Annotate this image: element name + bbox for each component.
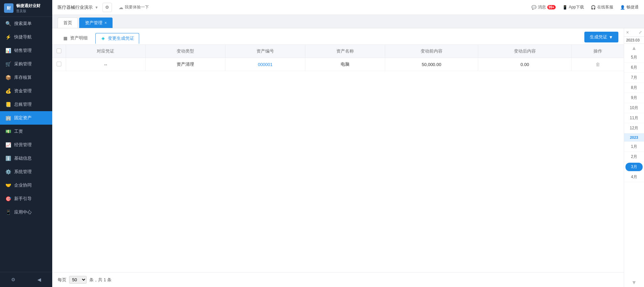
topbar: 医疗器械行业演示 ▼ ⚙ ☁ 我要体验一下 💬 消息 99+ 📱 App下载 🎧…: [52, 0, 644, 15]
right-panel-close-button[interactable]: ×: [626, 30, 629, 35]
table-header-row: 对应凭证 变动类型 资产编号 资产名称: [52, 45, 624, 58]
brand-text: 畅捷通好业财 普及版: [16, 3, 40, 13]
main-area: 医疗器械行业演示 ▼ ⚙ ☁ 我要体验一下 💬 消息 99+ 📱 App下载 🎧…: [52, 0, 644, 287]
td-before-change: 50,000.00: [385, 58, 478, 71]
date-item-5[interactable]: 5月: [624, 53, 644, 63]
sub-tab-change-voucher[interactable]: ◈ 变更生成凭证: [95, 33, 139, 44]
basic-info-icon: ℹ️: [5, 156, 11, 161]
right-panel-year-month: 2023.03: [626, 38, 640, 42]
per-page-label: 每页: [58, 277, 66, 283]
sidebar-item-basic-info[interactable]: ℹ️ 基础信息: [0, 152, 52, 165]
total-label: 条，共 1 条: [89, 277, 112, 283]
date-item-8[interactable]: 8月: [624, 83, 644, 93]
notifications-button[interactable]: 💬 消息 99+: [531, 4, 556, 10]
change-type-value: 资产清理: [177, 62, 194, 67]
date-item-12[interactable]: 12月: [624, 123, 644, 133]
right-panel-date-label: 2023.03: [624, 37, 644, 44]
topbar-settings-button[interactable]: ⚙: [102, 3, 112, 12]
tab-asset-mgmt[interactable]: 资产管理 ×: [79, 18, 113, 28]
scroll-up-button[interactable]: ▲: [624, 44, 644, 53]
sidebar-item-sys-mgmt[interactable]: ⚙️ 系统管理: [0, 165, 52, 179]
date-item-year-2023[interactable]: 2023: [624, 133, 644, 142]
sidebar-item-app-center[interactable]: 📱 应用中心: [0, 205, 52, 219]
topbar-right: 💬 消息 99+ 📱 App下载 🎧 在线客服 👤 畅捷通: [531, 4, 639, 10]
date-item-4[interactable]: 4月: [624, 172, 644, 182]
sidebar-item-search[interactable]: 🔍 搜索菜单: [0, 17, 52, 30]
sidebar-item-sales[interactable]: 📊 销售管理: [0, 44, 52, 57]
th-asset-name-label: 资产名称: [336, 49, 354, 54]
brand-logo: 财: [4, 3, 13, 13]
delete-button[interactable]: 🗑: [595, 62, 600, 67]
dropdown-arrow-icon: ▼: [609, 35, 613, 40]
td-change-type: 资产清理: [146, 58, 225, 71]
purchase-icon: 🛒: [5, 61, 11, 67]
sidebar-item-funds[interactable]: 💰 资金管理: [0, 84, 52, 98]
topbar-feedback[interactable]: ☁ 我要体验一下: [119, 4, 149, 10]
content-area: ▦ 资产明细 ◈ 变更生成凭证 生成凭证 ▼: [52, 28, 624, 287]
date-item-10[interactable]: 10月: [624, 103, 644, 113]
generate-voucher-button[interactable]: 生成凭证 ▼: [584, 32, 618, 42]
payroll-icon: 💵: [5, 129, 11, 134]
sidebar-item-ledger[interactable]: 📒 总账管理: [0, 98, 52, 111]
sidebar-item-guide[interactable]: 🎯 新手引导: [0, 192, 52, 205]
dropdown-icon: ▼: [95, 5, 98, 9]
date-item-2[interactable]: 2月: [624, 152, 644, 162]
scroll-down-button[interactable]: ▼: [624, 278, 644, 287]
enterprise-icon: 🤝: [5, 183, 11, 188]
header-checkbox[interactable]: [57, 49, 61, 53]
date-item-6[interactable]: 6月: [624, 63, 644, 73]
user-menu[interactable]: 👤 畅捷通: [620, 4, 639, 10]
sidebar-item-label: 系统管理: [14, 169, 32, 175]
td-voucher: --: [66, 58, 146, 71]
online-service-button[interactable]: 🎧 在线客服: [591, 4, 613, 10]
date-item-11[interactable]: 11月: [624, 113, 644, 123]
voucher-value: --: [104, 62, 107, 67]
th-action: 操作: [572, 45, 624, 58]
tab-home[interactable]: 首页: [58, 18, 78, 28]
ledger-icon: 📒: [5, 102, 11, 107]
data-table: 对应凭证 变动类型 资产编号 资产名称: [52, 45, 624, 71]
page-tabs: 首页 资产管理 ×: [52, 15, 644, 28]
th-after-change-label: 变动后内容: [514, 49, 536, 54]
sidebar-item-fixed-assets[interactable]: 🏢 固定资产: [0, 111, 52, 125]
operations-icon: 📈: [5, 142, 11, 148]
sidebar-menu: 🔍 搜索菜单 ⚡ 快捷导航 📊 销售管理 🛒 采购管理 📦 库存核算 💰 资金管…: [0, 17, 52, 272]
row-checkbox[interactable]: [57, 62, 61, 66]
company-selector[interactable]: 医疗器械行业演示 ▼: [58, 4, 98, 10]
date-item-3-current[interactable]: 3月: [625, 163, 643, 171]
sidebar-item-enterprise[interactable]: 🤝 企业协同: [0, 179, 52, 192]
sidebar-item-label: 基础信息: [14, 155, 32, 161]
th-before-change-label: 变动前内容: [421, 49, 442, 54]
th-action-label: 操作: [593, 49, 602, 54]
sidebar-item-purchase[interactable]: 🛒 采购管理: [0, 57, 52, 71]
generate-voucher-label: 生成凭证: [590, 34, 607, 40]
date-item-1[interactable]: 1月: [624, 142, 644, 152]
sub-tab-change-voucher-label: 变更生成凭证: [108, 35, 134, 41]
fixed-assets-icon: 🏢: [5, 115, 11, 121]
page-size-select[interactable]: 50 10 20 100: [69, 276, 87, 284]
collapse-button[interactable]: ◀: [35, 275, 43, 284]
sidebar-item-payroll[interactable]: 💵 工资: [0, 125, 52, 138]
service-icon: 🎧: [591, 5, 596, 10]
app-download-icon: 📱: [562, 5, 568, 10]
sub-tab-asset-detail[interactable]: ▦ 资产明细: [58, 33, 93, 43]
sidebar-item-quick-nav[interactable]: ⚡ 快捷导航: [0, 30, 52, 44]
tab-close-icon[interactable]: ×: [104, 21, 107, 25]
th-before-change: 变动前内容: [385, 45, 478, 58]
notifications-label: 消息: [538, 4, 546, 10]
sidebar-item-inventory[interactable]: 📦 库存核算: [0, 71, 52, 84]
tab-home-label: 首页: [63, 20, 72, 25]
sidebar-item-label: 采购管理: [14, 61, 32, 67]
settings-icon: ⚙: [105, 5, 109, 10]
right-panel-expand-button[interactable]: ⤢: [639, 30, 642, 35]
voucher-icon: ◈: [100, 36, 106, 41]
settings-button[interactable]: ⚙: [9, 275, 18, 284]
date-item-7[interactable]: 7月: [624, 73, 644, 83]
before-change-value: 50,000.00: [422, 62, 441, 67]
app-download-label: App下载: [569, 4, 584, 10]
sidebar-item-operations[interactable]: 📈 经营管理: [0, 138, 52, 152]
th-asset-code-label: 资产编号: [256, 49, 274, 54]
date-item-9[interactable]: 9月: [624, 93, 644, 103]
app-download-button[interactable]: 📱 App下载: [562, 4, 584, 10]
date-list: 5月 6月 7月 8月 9月 10月 11月 12月 2023 1月 2月 3月…: [624, 53, 644, 278]
